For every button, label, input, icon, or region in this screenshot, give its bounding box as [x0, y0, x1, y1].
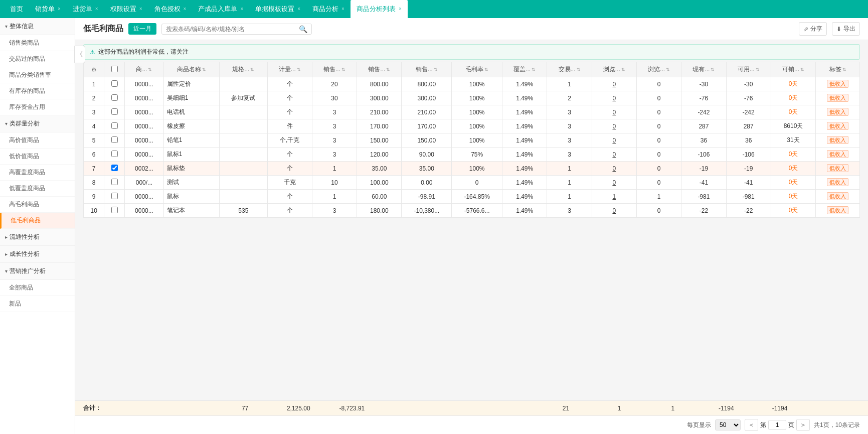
row-coverage: 1.49%: [502, 148, 547, 162]
row-checkbox[interactable]: [111, 80, 118, 87]
sidebar-section-cluster[interactable]: ▾ 类群量分析: [0, 115, 75, 132]
row-spec: 参加复试: [220, 91, 268, 105]
row-unit: 个: [267, 91, 312, 105]
sidebar-item-high-value[interactable]: 高价值商品: [0, 132, 75, 149]
row-checkbox[interactable]: [111, 207, 118, 213]
close-icon[interactable]: ×: [95, 0, 98, 18]
sort-icon[interactable]: ⇅: [484, 67, 488, 72]
view-link[interactable]: 0: [612, 109, 616, 116]
row-sales-profit: 210.00: [402, 105, 452, 119]
row-current-stock: -41: [681, 176, 726, 190]
settings-icon[interactable]: ⚙: [91, 66, 97, 73]
row-unit: 个: [267, 105, 312, 119]
filter-button[interactable]: 近一月: [128, 23, 156, 35]
page-title: 低毛利商品: [83, 24, 123, 34]
nav-role-auth[interactable]: 角色授权 ×: [148, 0, 193, 18]
row-no: 1: [84, 77, 104, 91]
row-tag: 低收入: [816, 176, 860, 190]
row-saleable: 0天: [771, 204, 815, 218]
view-link[interactable]: 1: [612, 193, 616, 200]
sidebar-section-marketing[interactable]: ▾ 营销推广分析: [0, 263, 75, 280]
row-checkbox[interactable]: [111, 136, 118, 143]
sort-icon[interactable]: ⇅: [341, 67, 345, 72]
close-icon[interactable]: ×: [58, 0, 61, 18]
sort-icon[interactable]: ⇅: [577, 67, 581, 72]
page-size-select[interactable]: 20 50 100 200: [715, 419, 741, 430]
view-link[interactable]: 0: [612, 95, 616, 102]
close-icon[interactable]: ×: [399, 0, 402, 18]
sidebar-section-overall[interactable]: ▾ 整体信息: [0, 18, 75, 35]
row-checkbox[interactable]: [111, 165, 118, 171]
sort-icon[interactable]: ⇅: [202, 67, 206, 72]
sort-icon[interactable]: ⇅: [711, 67, 715, 72]
sort-icon[interactable]: ⇅: [842, 67, 846, 72]
sidebar-item-in-stock[interactable]: 有库存的商品: [0, 83, 75, 99]
sort-icon[interactable]: ⇅: [532, 67, 536, 72]
sidebar-item-low-margin[interactable]: 低毛利商品: [0, 213, 75, 229]
sidebar-item-stock-capital[interactable]: 库存资金占用: [0, 99, 75, 115]
nav-permissions[interactable]: 权限设置 ×: [104, 0, 148, 18]
sort-icon[interactable]: ⇅: [386, 67, 390, 72]
col-settings[interactable]: ⚙: [84, 62, 104, 77]
view-link[interactable]: 0: [612, 165, 616, 172]
sort-icon[interactable]: ⇅: [621, 67, 625, 72]
sidebar-item-high-margin[interactable]: 高毛利商品: [0, 197, 75, 213]
sort-icon[interactable]: ⇅: [666, 67, 670, 72]
sidebar-item-low-value[interactable]: 低价值商品: [0, 149, 75, 165]
sidebar-item-low-coverage[interactable]: 低覆盖度商品: [0, 181, 75, 197]
close-icon[interactable]: ×: [341, 0, 344, 18]
sidebar-item-new-goods[interactable]: 新品: [0, 296, 75, 312]
sort-icon[interactable]: ⇅: [250, 67, 254, 72]
page-number-input[interactable]: [768, 420, 786, 430]
nav-home[interactable]: 首页: [4, 0, 29, 18]
view-link[interactable]: 0: [612, 179, 616, 186]
prev-page-button[interactable]: ＜: [745, 419, 758, 431]
share-button[interactable]: ⇗ 分享: [799, 22, 827, 36]
sort-icon[interactable]: ⇅: [148, 67, 152, 72]
sidebar-section-circulation[interactable]: ▸ 流通性分析: [0, 229, 75, 246]
close-icon[interactable]: ×: [240, 0, 243, 18]
view-link[interactable]: 0: [612, 137, 616, 144]
nav-sales-order[interactable]: 销货单 ×: [29, 0, 67, 18]
view-link[interactable]: 0: [612, 151, 616, 158]
sidebar-item-category-rate[interactable]: 商品分类销售率: [0, 67, 75, 83]
sort-icon[interactable]: ⇅: [800, 67, 804, 72]
view-link[interactable]: 0: [612, 81, 616, 88]
nav-product-analysis[interactable]: 商品分析 ×: [306, 0, 351, 18]
nav-product-entry[interactable]: 产成品入库单 ×: [192, 0, 249, 18]
sidebar-item-traded-goods[interactable]: 交易过的商品: [0, 51, 75, 67]
row-view2: 0: [636, 133, 681, 148]
next-page-button[interactable]: ＞: [796, 419, 810, 431]
select-all-checkbox[interactable]: [111, 66, 118, 72]
sidebar-item-all-goods[interactable]: 全部商品: [0, 280, 75, 296]
nav-template-settings[interactable]: 单据模板设置 ×: [249, 0, 306, 18]
close-icon[interactable]: ×: [139, 0, 142, 18]
sidebar-collapse-button[interactable]: 《: [74, 46, 85, 63]
close-icon[interactable]: ×: [297, 0, 300, 18]
view-link[interactable]: 0: [612, 123, 616, 130]
sort-icon[interactable]: ⇅: [434, 67, 438, 72]
sort-icon[interactable]: ⇅: [756, 67, 760, 72]
sidebar-section-growth[interactable]: ▸ 成长性分析: [0, 246, 75, 263]
row-checkbox[interactable]: [111, 94, 118, 101]
row-checkbox[interactable]: [111, 179, 118, 185]
export-button[interactable]: ⬇ 导出: [832, 22, 860, 36]
row-checkbox[interactable]: [111, 108, 118, 115]
sidebar: ▾ 整体信息 销售类商品 交易过的商品 商品分类销售率 有库存的商品 库存资金占…: [0, 18, 75, 434]
row-sales-profit: 800.00: [402, 77, 452, 91]
nav-purchase-order[interactable]: 进货单 ×: [67, 0, 104, 18]
view-link[interactable]: 0: [612, 207, 616, 214]
close-icon[interactable]: ×: [184, 0, 187, 18]
row-checkbox[interactable]: [111, 122, 118, 129]
sort-icon[interactable]: ⇅: [297, 67, 301, 72]
nav-product-analysis-list[interactable]: 商品分析列表 ×: [351, 0, 408, 18]
row-checkbox[interactable]: [111, 193, 118, 199]
row-checkbox[interactable]: [111, 151, 118, 157]
col-sales-amt: 销售...⇅: [357, 62, 402, 77]
search-icon[interactable]: 🔍: [299, 25, 307, 33]
search-input[interactable]: [166, 26, 299, 33]
sidebar-item-sales-goods[interactable]: 销售类商品: [0, 35, 75, 51]
table-row: 8 000/... 测试 千克 10 100.00 0.00 0 1.49% 1…: [84, 176, 860, 190]
row-checkbox-cell: [104, 190, 125, 204]
sidebar-item-high-coverage[interactable]: 高覆盖度商品: [0, 165, 75, 181]
